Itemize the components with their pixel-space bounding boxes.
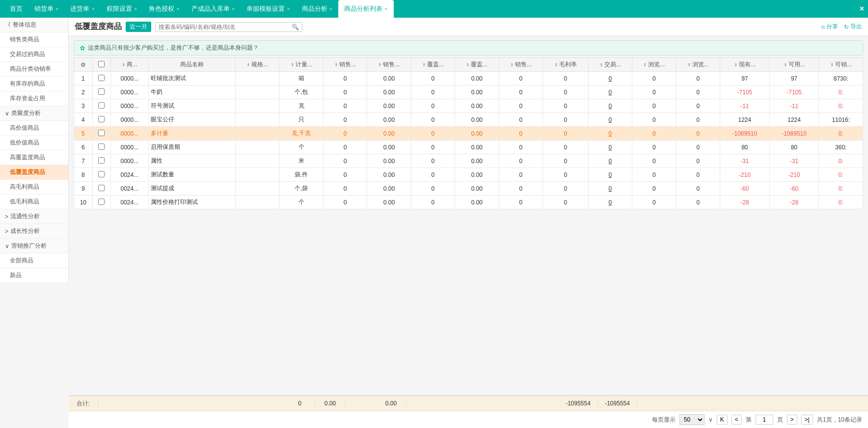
th-gear[interactable]: ⚙: [74, 58, 93, 72]
close-icon[interactable]: ×: [384, 0, 387, 18]
th-name[interactable]: 商品名称: [148, 58, 235, 72]
th-sales1[interactable]: 销售...: [323, 58, 367, 72]
th-checkbox[interactable]: [92, 58, 110, 72]
sidebar-item-all-goods[interactable]: 全部商品: [0, 254, 68, 268]
row-select-checkbox[interactable]: [98, 102, 105, 109]
nav-tab-sales[interactable]: 销货单 ×: [28, 0, 64, 18]
row-select-checkbox[interactable]: [98, 157, 105, 164]
first-page-button[interactable]: K: [717, 415, 728, 425]
sidebar-item-sales-goods[interactable]: 销售类商品: [0, 32, 68, 47]
sidebar-item-traded-goods[interactable]: 交易过的商品: [0, 47, 68, 62]
nav-tab-role[interactable]: 角色授权 ×: [143, 0, 185, 18]
row-s7[interactable]: 0: [588, 113, 632, 127]
nav-tab-home[interactable]: 首页: [4, 0, 28, 18]
close-icon[interactable]: ×: [232, 0, 235, 18]
nav-tab-perm[interactable]: 权限设置 ×: [101, 0, 143, 18]
close-icon[interactable]: ×: [91, 0, 94, 18]
close-icon[interactable]: ×: [329, 0, 332, 18]
th-coverage2[interactable]: 覆盖...: [455, 58, 499, 72]
th-code[interactable]: 商...: [110, 58, 148, 72]
close-icon[interactable]: ×: [176, 0, 179, 18]
row-s7[interactable]: 0: [588, 182, 632, 196]
th-margin[interactable]: 毛利率: [542, 58, 588, 72]
row-checkbox[interactable]: [92, 182, 110, 196]
per-page-select[interactable]: 50 20 100 200: [679, 414, 705, 425]
sidebar-section-liquidity[interactable]: > 流通性分析: [0, 209, 68, 224]
th-browse2[interactable]: 浏览...: [676, 58, 720, 72]
page-input[interactable]: [756, 415, 773, 425]
nav-tab-template[interactable]: 单据模板设置 ×: [241, 0, 296, 18]
nav-tab-analysis[interactable]: 商品分析 ×: [296, 0, 338, 18]
sidebar-section-cluster[interactable]: ∨ 类聚度分析: [0, 106, 68, 121]
row-s7[interactable]: 0: [588, 127, 632, 141]
row-select-checkbox[interactable]: [98, 88, 105, 95]
th-sales3[interactable]: 销售...: [499, 58, 542, 72]
search-input[interactable]: [159, 24, 292, 30]
close-icon[interactable]: ×: [134, 0, 137, 18]
row-s7[interactable]: 0: [588, 72, 632, 86]
row-checkbox[interactable]: [92, 113, 110, 127]
row-s7[interactable]: 0: [588, 141, 632, 154]
row-checkbox[interactable]: [92, 127, 110, 141]
th-trade[interactable]: 交易...: [588, 58, 632, 72]
sidebar-section-growth[interactable]: > 成长性分析: [0, 224, 68, 239]
row-s7[interactable]: 0: [588, 86, 632, 99]
nav-tab-finished[interactable]: 产成品入库单 ×: [186, 0, 241, 18]
th-sales2[interactable]: 销售...: [367, 58, 411, 72]
sidebar-item-in-stock[interactable]: 有库存的商品: [0, 77, 68, 91]
sidebar-item-low-value[interactable]: 低价值商品: [0, 136, 68, 150]
nav-tab-analysis-list[interactable]: 商品分析列表 ×: [338, 0, 393, 18]
close-icon[interactable]: ×: [287, 0, 290, 18]
gear-icon[interactable]: ⚙: [81, 61, 86, 68]
close-icon[interactable]: ×: [55, 0, 58, 18]
next-page-button[interactable]: >: [787, 415, 797, 425]
row-select-checkbox[interactable]: [98, 143, 105, 150]
table-container[interactable]: ⚙ 商... 商品名称 规格... 计量... 销售... 销售... 覆盖..…: [69, 57, 868, 395]
sidebar-item-new-goods[interactable]: 新品: [0, 268, 68, 283]
row-checkbox[interactable]: [92, 72, 110, 86]
th-unit[interactable]: 计量...: [279, 58, 323, 72]
sidebar-item-high-margin[interactable]: 高毛利商品: [0, 180, 68, 195]
sidebar-item-low-margin[interactable]: 低毛利商品: [0, 195, 68, 209]
close-all-icon[interactable]: ×: [860, 4, 864, 13]
th-saleable[interactable]: 可销...: [819, 58, 863, 72]
row-select-checkbox[interactable]: [98, 116, 105, 122]
sidebar-item-high-coverage[interactable]: 高覆盖度商品: [0, 150, 68, 165]
th-spec[interactable]: 规格...: [236, 58, 279, 72]
sidebar-item-low-coverage[interactable]: 低覆盖度商品: [0, 165, 68, 180]
row-select-checkbox[interactable]: [98, 185, 105, 191]
th-coverage1[interactable]: 覆盖...: [411, 58, 455, 72]
sidebar-item-high-value[interactable]: 高价值商品: [0, 121, 68, 136]
th-current[interactable]: 现有...: [720, 58, 769, 72]
row-s7[interactable]: 0: [588, 168, 632, 182]
period-button[interactable]: 近一月: [126, 22, 151, 32]
row-select-checkbox[interactable]: [98, 171, 105, 177]
th-browse1[interactable]: 浏览...: [632, 58, 676, 72]
share-button[interactable]: ⎋ 分享: [821, 23, 838, 31]
row-s7[interactable]: 0: [588, 196, 632, 209]
row-checkbox[interactable]: [92, 99, 110, 113]
row-s6: 0: [542, 168, 588, 182]
row-checkbox[interactable]: [92, 168, 110, 182]
row-select-checkbox[interactable]: [98, 75, 105, 81]
sidebar-item-category-rate[interactable]: 商品分类动销率: [0, 62, 68, 77]
row-select-checkbox[interactable]: [98, 130, 105, 136]
prev-page-button[interactable]: <: [732, 415, 742, 425]
nav-tab-purchase[interactable]: 进货单 ×: [64, 0, 100, 18]
row-checkbox[interactable]: [92, 141, 110, 154]
last-page-button[interactable]: >|: [801, 415, 813, 425]
th-available[interactable]: 可用...: [769, 58, 819, 72]
row-checkbox[interactable]: [92, 86, 110, 99]
export-button[interactable]: ↻ 导出: [844, 23, 862, 31]
search-icon[interactable]: 🔍: [292, 24, 299, 30]
row-select-checkbox[interactable]: [98, 199, 105, 205]
row-checkbox[interactable]: [92, 154, 110, 168]
row-s7[interactable]: 0: [588, 154, 632, 168]
sidebar-section-marketing[interactable]: ∨ 营销推广分析: [0, 239, 68, 254]
row-checkbox[interactable]: [92, 196, 110, 209]
sidebar-section-general[interactable]: 《 整体信息: [0, 18, 68, 32]
row-s7[interactable]: 0: [588, 99, 632, 113]
sidebar-item-capital-occupy[interactable]: 库存资金占用: [0, 91, 68, 106]
select-all-checkbox[interactable]: [98, 61, 105, 67]
row-s3: 0: [411, 154, 455, 168]
